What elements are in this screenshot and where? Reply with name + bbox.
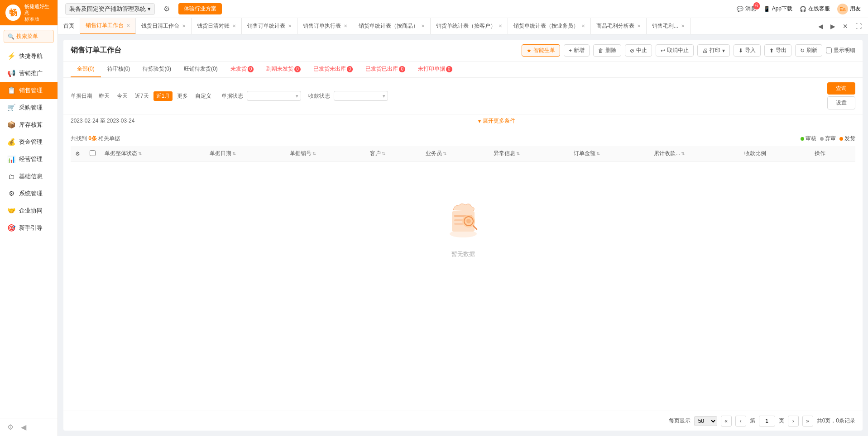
cancel-review-action-btn[interactable]: 弃审 <box>820 135 836 142</box>
tabs-prev-icon[interactable]: ◀ <box>815 22 826 31</box>
tabs-maximize-icon[interactable]: ⛶ <box>853 22 864 31</box>
page-next-btn[interactable]: › <box>788 416 799 427</box>
sub-tab-pending-review[interactable]: 待审核(0) <box>101 62 137 77</box>
th-customer[interactable]: 客户 <box>365 146 421 161</box>
export-btn[interactable]: ⬆ 导出 <box>764 44 791 57</box>
sidebar-item-quick-nav[interactable]: ⚡ 快捷导航 <box>0 47 58 65</box>
industry-btn[interactable]: 体验行业方案 <box>178 3 222 14</box>
collapse-icon[interactable]: ◀ <box>21 423 26 431</box>
filter-date-more[interactable]: 更多 <box>174 91 191 101</box>
sidebar-item-marketing[interactable]: 📢 营销推广 <box>0 65 58 82</box>
delete-btn[interactable]: 🗑 删除 <box>593 44 621 57</box>
app-download-link[interactable]: 📱 App下载 <box>763 5 792 13</box>
smart-create-btn[interactable]: ★ 智能生单 <box>522 44 560 57</box>
tab-home[interactable]: 首页 <box>58 18 80 34</box>
user-menu[interactable]: Ea 用友 <box>837 4 861 14</box>
filter-date-today[interactable]: 今天 <box>114 91 130 101</box>
sub-tab-shipped-out[interactable]: 已发货已出库0 <box>359 62 412 77</box>
sidebar-item-sales[interactable]: 📋 销售管理 <box>0 82 58 99</box>
tab-close-sales-more[interactable]: ✕ <box>681 24 685 28</box>
sidebar-item-purchase[interactable]: 🛒 采购管理 <box>0 99 58 116</box>
show-detail-input[interactable] <box>826 47 832 53</box>
page-number-input[interactable] <box>759 416 775 427</box>
search-menu-button[interactable]: 🔍 搜索菜单 <box>4 30 54 43</box>
add-btn[interactable]: + 新增 <box>564 44 590 57</box>
page-prev-btn[interactable]: ‹ <box>735 416 746 427</box>
filter-date-7days[interactable]: 近7天 <box>132 91 152 101</box>
show-detail-checkbox[interactable]: 显示明细 <box>826 47 855 54</box>
query-btn[interactable]: 查询 <box>827 82 855 95</box>
sub-tab-not-shipped[interactable]: 未发货0 <box>224 62 260 77</box>
tab-close-cash-daily[interactable]: ✕ <box>182 24 186 28</box>
tab-sales-by-customer[interactable]: 销货单统计表（按客户） ✕ <box>431 18 508 34</box>
th-order-amount[interactable]: 订单金额 <box>569 146 649 161</box>
filter-date-custom[interactable]: 自定义 <box>192 91 214 101</box>
table-result: 共找到 0条 相关单据 <box>71 135 120 142</box>
sidebar-search[interactable]: 🔍 搜索菜单 <box>0 25 58 47</box>
th-abnormal[interactable]: 异常信息 <box>489 146 569 161</box>
filter-status-select[interactable] <box>247 91 301 101</box>
review-action-btn[interactable]: 审核 <box>801 135 816 142</box>
page-last-btn[interactable]: » <box>802 416 813 427</box>
select-all-checkbox[interactable] <box>90 150 96 156</box>
print-btn[interactable]: 🖨 打印 ▾ <box>697 44 730 57</box>
sub-tab-pending-check[interactable]: 待拣验货(0) <box>136 62 177 77</box>
sidebar-item-operation[interactable]: 📊 经营管理 <box>0 151 58 168</box>
ship-action-btn[interactable]: 发货 <box>839 135 855 142</box>
tab-close-sales-exec[interactable]: ✕ <box>344 24 347 28</box>
tab-close-sales-by-staff[interactable]: ✕ <box>581 24 585 28</box>
sub-tab-wangpu-ship[interactable]: 旺铺待发货(0) <box>177 62 224 77</box>
th-doc-status[interactable]: 单据整体状态 <box>100 146 205 161</box>
tab-close-gross-profit[interactable]: ✕ <box>637 24 641 28</box>
sidebar-item-finance[interactable]: 💰 资金管理 <box>0 133 58 151</box>
tab-close-sales-by-customer[interactable]: ✕ <box>499 24 502 28</box>
stop-btn[interactable]: ⊘ 中止 <box>625 44 652 57</box>
filter-payment-select[interactable] <box>334 91 388 101</box>
sidebar-item-guide[interactable]: 🎯 新手引导 <box>0 219 58 237</box>
topbar-settings-icon[interactable]: ⚙ <box>160 3 173 15</box>
expand-filter-btn[interactable]: ▾ 展开更多条件 <box>471 114 523 128</box>
tab-close-cash-reconcile[interactable]: ✕ <box>232 24 236 28</box>
tab-sales-by-product[interactable]: 销货单统计表（按商品） ✕ <box>353 18 431 34</box>
tab-sales-more[interactable]: 销售毛利... ✕ <box>647 18 691 34</box>
tab-close-sales-by-product[interactable]: ✕ <box>421 24 425 28</box>
tab-sales-stats[interactable]: 销售订单统计表 ✕ <box>242 18 297 34</box>
system-selector[interactable]: 装备及固定资产辅助管理系统 ▾ <box>65 3 155 15</box>
filter-setting-btn[interactable]: 设置 <box>827 96 855 109</box>
page-size-select[interactable]: 10 20 50 100 <box>694 416 717 426</box>
tab-gross-profit[interactable]: 商品毛利分析表 ✕ <box>591 18 647 34</box>
sidebar-item-cooperation[interactable]: 🤝 企业协同 <box>0 202 58 219</box>
tab-sales-exec[interactable]: 销售订单执行表 ✕ <box>297 18 353 34</box>
tabs-close-all-icon[interactable]: ✕ <box>840 22 851 31</box>
th-checkbox[interactable] <box>85 146 100 161</box>
sub-tab-shipped-not-out[interactable]: 已发货未出库0 <box>307 62 360 77</box>
settings-icon[interactable]: ⚙ <box>7 423 14 431</box>
import-btn[interactable]: ⬇ 导入 <box>734 44 761 57</box>
sidebar-item-inventory[interactable]: 📦 库存核算 <box>0 116 58 133</box>
page-first-btn[interactable]: « <box>721 416 732 427</box>
th-doc-date[interactable]: 单据日期 <box>205 146 285 161</box>
th-doc-no[interactable]: 单据编号 <box>285 146 365 161</box>
filter-date-yesterday[interactable]: 昨天 <box>96 91 112 101</box>
tab-cash-daily[interactable]: 钱货日清工作台 ✕ <box>136 18 192 34</box>
tab-sales-workbench[interactable]: 销售订单工作台 ✕ <box>80 18 136 34</box>
tab-sales-by-staff[interactable]: 销货单统计表（按业务员） ✕ <box>508 18 591 34</box>
tab-cash-reconcile[interactable]: 钱货日清对账 ✕ <box>192 18 242 34</box>
th-collected[interactable]: 累计收款... <box>649 146 740 161</box>
filter-date-1month[interactable]: 近1月 <box>153 91 173 101</box>
sub-tab-overdue-ship[interactable]: 到期未发货0 <box>260 62 307 77</box>
th-settings[interactable]: ⚙ <box>71 146 85 161</box>
refresh-btn[interactable]: ↻ 刷新 <box>795 44 822 57</box>
tab-close-sales-stats[interactable]: ✕ <box>288 24 292 28</box>
sub-tab-not-printed[interactable]: 未打印单据0 <box>412 62 459 77</box>
sidebar-item-system[interactable]: ⚙ 系统管理 <box>0 185 58 202</box>
tabs-next-icon[interactable]: ▶ <box>828 22 838 31</box>
tab-close-sales-workbench[interactable]: ✕ <box>126 23 130 28</box>
sub-tab-all[interactable]: 全部(0) <box>71 62 101 77</box>
page-actions: ★ 智能生单 + 新增 🗑 删除 ⊘ 中止 <box>522 44 855 57</box>
sidebar-item-basic-info[interactable]: 🗂 基础信息 <box>0 168 58 185</box>
cancel-stop-btn[interactable]: ↩ 取消中止 <box>656 44 694 57</box>
online-service-link[interactable]: 🎧 在线客服 <box>800 5 830 13</box>
th-staff[interactable]: 业务员 <box>421 146 489 161</box>
message-badge[interactable]: 💬 消息 6 <box>737 5 756 13</box>
